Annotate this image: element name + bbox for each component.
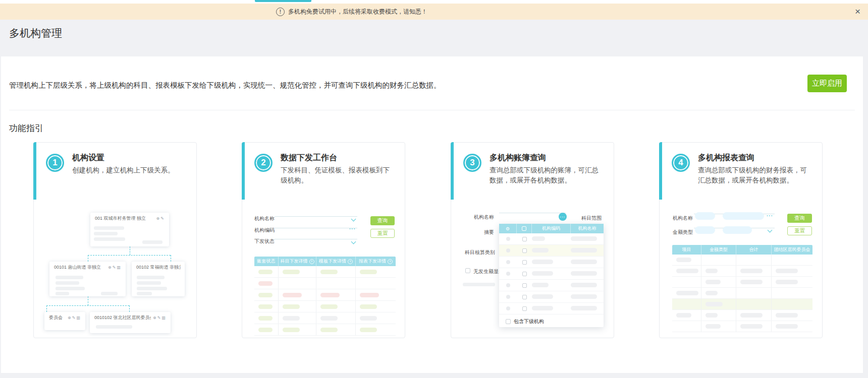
org-node-leaf-left: 委员会 ⊕✎▥ bbox=[44, 312, 85, 330]
placeholder-pill bbox=[360, 293, 379, 297]
org-node-label: 00101 唐山街道 非独立 bbox=[54, 264, 106, 271]
org-node-actions: ⊕✎▥ bbox=[68, 316, 81, 320]
step-title: 数据下发工作台 bbox=[281, 153, 337, 163]
placeholder-pill bbox=[676, 258, 691, 262]
placeholder-pill bbox=[676, 291, 698, 295]
field-label-org-code: 机构编码 bbox=[254, 227, 275, 234]
trial-banner: ! 多机构免费试用中，后续将采取收费模式，请知悉！ × bbox=[0, 4, 868, 20]
step-number-badge: 1 bbox=[46, 154, 64, 172]
placeholder-pill bbox=[320, 270, 338, 274]
step-description: 查询总部或下级机构的账簿，可汇总数据，或展开各机构数据。 bbox=[490, 165, 600, 185]
page-title: 多机构管理 bbox=[9, 26, 62, 40]
table-row bbox=[672, 277, 812, 288]
placeholder-chip bbox=[695, 226, 715, 234]
step-title: 多机构报表查询 bbox=[698, 153, 754, 163]
drag-dot bbox=[506, 283, 510, 287]
mini-reset-button: 重置 bbox=[370, 229, 395, 238]
chevron-down-icon bbox=[351, 217, 356, 222]
active-tab-indicator[interactable] bbox=[255, 0, 311, 2]
placeholder-pill bbox=[258, 281, 273, 286]
field-label-summary: 摘要 bbox=[484, 229, 494, 236]
step-description: 查询总部或下级机构的财务报表，可汇总数据，或展开各机构数据。 bbox=[698, 165, 808, 185]
placeholder-pill bbox=[258, 304, 273, 309]
placeholder-chip bbox=[723, 226, 752, 234]
placeholder-pill bbox=[283, 293, 302, 297]
placeholder-bar bbox=[56, 276, 83, 279]
drag-dot bbox=[506, 237, 510, 241]
placeholder-pill bbox=[532, 260, 553, 264]
placeholder-bar bbox=[101, 292, 118, 295]
field-label-subject-category: 科目核算类别 bbox=[465, 249, 495, 256]
org-node-label: 委员会 bbox=[49, 314, 66, 321]
edit-icon: ✎ bbox=[160, 216, 165, 221]
checkbox bbox=[506, 319, 511, 324]
column-header: 科目下发详情? bbox=[279, 257, 316, 266]
step-number-badge: 2 bbox=[254, 154, 273, 172]
table-row bbox=[499, 303, 604, 314]
trash-icon: ▥ bbox=[117, 265, 122, 270]
placeholder-pill bbox=[532, 236, 545, 241]
column-header bbox=[517, 224, 532, 233]
close-icon[interactable]: × bbox=[855, 6, 860, 18]
checkbox bbox=[522, 295, 527, 299]
drag-dot bbox=[506, 306, 510, 310]
table-row bbox=[672, 299, 812, 310]
table-row bbox=[672, 288, 812, 299]
intro-text: 管理机构上下层级关系，将上级机构的科目、报表模板下发给下级机构，实现统一、规范化… bbox=[9, 81, 441, 90]
field-label-org-name: 机构名称 bbox=[474, 214, 494, 221]
org-node-label: 0010102 张北社区居民委员会 bbox=[94, 314, 151, 321]
column-header-label: 账套状态 bbox=[257, 258, 276, 265]
trash-icon: ▥ bbox=[76, 316, 81, 320]
org-node-leaf-right: 0010102 张北社区居民委员会 ⊕✎▥ bbox=[90, 312, 171, 333]
org-node-root: 001 双城市村务管理 独立 ⊕✎ bbox=[90, 213, 169, 246]
table-row bbox=[254, 266, 396, 278]
step-number-badge: 4 bbox=[672, 154, 690, 172]
column-header: 金额类型 bbox=[701, 245, 736, 255]
org-node-actions: ⊕✎ bbox=[156, 216, 165, 221]
column-header-label: 团结区居民委员会 bbox=[774, 246, 810, 253]
placeholder-pill bbox=[532, 248, 549, 253]
input-line bbox=[275, 228, 357, 228]
browser-chrome-strip bbox=[0, 0, 868, 4]
step-number-badge: 3 bbox=[463, 154, 481, 172]
step-description: 下发科目、凭证模板、报表模板到下级机构。 bbox=[281, 165, 391, 185]
placeholder-pill bbox=[676, 313, 691, 318]
placeholder-pill bbox=[360, 304, 377, 309]
placeholder-pill bbox=[776, 269, 798, 273]
placeholder-pill bbox=[320, 328, 338, 332]
placeholder-bar bbox=[137, 292, 152, 295]
chevron-down-icon bbox=[768, 228, 773, 233]
column-header-label: 模板下发详情 bbox=[319, 258, 346, 265]
table-row bbox=[254, 278, 396, 289]
column-header-label: 项目 bbox=[682, 246, 691, 253]
org-connector bbox=[130, 246, 130, 255]
org-connector bbox=[171, 255, 171, 262]
org-connector bbox=[46, 305, 129, 306]
warning-icon: ! bbox=[276, 8, 285, 16]
trash-icon: ▥ bbox=[161, 316, 167, 320]
placeholder-pill bbox=[776, 313, 798, 318]
placeholder-pill bbox=[283, 316, 300, 321]
placeholder-pill bbox=[776, 280, 798, 284]
placeholder-pill bbox=[320, 293, 340, 297]
table-row bbox=[672, 266, 812, 277]
column-header: 项目 bbox=[672, 245, 701, 255]
add-icon: ⊕ bbox=[108, 265, 113, 270]
report-table: 项目 金额类型 合计 团结区居民委员会 bbox=[672, 245, 812, 332]
chevron-down-icon bbox=[351, 239, 356, 244]
enable-button[interactable]: 立即启用 bbox=[807, 75, 847, 92]
table-row bbox=[499, 245, 604, 257]
table-header-row: 账套状态 科目下发详情? 模板下发详情? 报表下发详情? bbox=[254, 257, 396, 266]
placeholder-pill bbox=[320, 304, 338, 309]
ellipsis-button: ··· bbox=[559, 213, 567, 221]
placeholder-pill bbox=[532, 294, 553, 299]
placeholder-bar bbox=[56, 287, 85, 290]
mini-query-button: 查询 bbox=[787, 214, 812, 223]
placeholder-bar bbox=[137, 287, 167, 290]
field-label-org-name: 机构名称 bbox=[254, 215, 275, 222]
help-icon: ? bbox=[348, 259, 353, 264]
ellipsis-icon: ··· bbox=[767, 213, 773, 219]
field-label-amount-type: 金额类型 bbox=[673, 229, 693, 236]
checkbox-label-include-sub: 包含下级机构 bbox=[514, 318, 544, 325]
org-node-actions: ⊕✎▥ bbox=[108, 265, 122, 270]
